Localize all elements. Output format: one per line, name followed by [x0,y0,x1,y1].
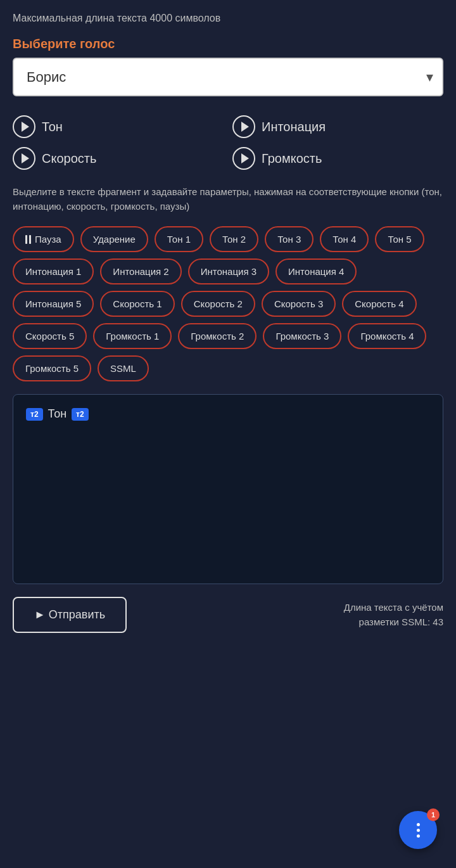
intonation-control[interactable]: Интонация [232,115,443,138]
tag-badge-close: т2 [72,408,89,421]
volume5-label: Громкость 5 [25,363,79,374]
ton4-label: Тон 4 [332,234,356,245]
fab-dots-icon [417,823,420,838]
volume4-label: Громкость 4 [360,331,414,341]
ton2-button[interactable]: Тон 2 [210,226,258,252]
volume-control[interactable]: Громкость [232,147,443,170]
ton3-button[interactable]: Тон 3 [265,226,314,252]
fab-badge: 1 [427,808,440,821]
speed-play-icon[interactable] [13,147,35,170]
intonation2-label: Интонация 2 [113,266,168,277]
text-word: Тон [48,407,67,421]
volume4-button[interactable]: Громкость 4 [348,323,426,349]
volume3-button[interactable]: Громкость 3 [263,323,341,349]
ton-play-icon[interactable] [13,115,35,138]
intonation-play-icon[interactable] [232,115,255,138]
text-editor-area[interactable]: т2 Тон т2 [13,394,443,584]
char-count: Длина текста с учётом разметки SSML: 43 [344,601,443,629]
ton1-button[interactable]: Тон 1 [155,226,203,252]
volume5-button[interactable]: Громкость 5 [13,355,91,381]
intonation5-button[interactable]: Интонация 5 [13,291,94,317]
speed-label: Скорость [42,151,96,166]
speed5-label: Скорость 5 [25,331,74,341]
bottom-bar: ► Отправить Длина текста с учётом размет… [13,597,443,633]
intonation3-label: Интонация 3 [201,266,256,277]
intonation2-button[interactable]: Интонация 2 [100,258,181,284]
accent-label: Ударение [93,234,136,245]
ton2-label: Тон 2 [222,234,246,245]
speed3-label: Скорость 3 [274,298,323,309]
ton-label: Тон [42,120,63,134]
volume1-label: Громкость 1 [106,331,159,341]
speed5-button[interactable]: Скорость 5 [13,323,87,349]
ton5-label: Тон 5 [388,234,411,245]
ton-control[interactable]: Тон [13,115,224,138]
hint-text: Выделите в тексте фрагмент и задавайте п… [13,185,443,214]
intonation3-button[interactable]: Интонация 3 [188,258,269,284]
speed4-label: Скорость 4 [355,298,403,309]
volume2-button[interactable]: Громкость 2 [178,323,256,349]
speed3-button[interactable]: Скорость 3 [262,291,336,317]
fab-button[interactable]: 1 [399,811,437,849]
text-content: т2 Тон т2 [26,407,430,421]
speed2-button[interactable]: Скорость 2 [181,291,255,317]
ton5-button[interactable]: Тон 5 [375,226,424,252]
max-length-notice: Максимальная длина текста 4000 символов [13,13,443,24]
volume-play-icon[interactable] [232,147,255,170]
intonation4-label: Интонация 4 [288,266,344,277]
send-button[interactable]: ► Отправить [13,597,127,633]
ton3-label: Тон 3 [277,234,301,245]
char-count-line2: разметки SSML: 43 [359,616,443,627]
voice-select-wrapper: Борис Алиса Михаил Елена ▾ [13,58,443,96]
intonation1-label: Интонация 1 [25,266,81,277]
ton1-label: Тон 1 [167,234,191,245]
speed1-label: Скорость 1 [113,298,162,309]
accent-button[interactable]: Ударение [80,226,148,252]
send-button-label: ► Отправить [34,608,105,622]
speed4-button[interactable]: Скорость 4 [342,291,416,317]
voice-select-label: Выберите голос [13,37,443,51]
volume3-label: Громкость 3 [276,331,329,341]
speed1-button[interactable]: Скорость 1 [100,291,174,317]
volume1-button[interactable]: Громкость 1 [93,323,172,349]
voice-select[interactable]: Борис Алиса Михаил Елена [13,58,443,96]
pause-button-label: Пауза [35,234,61,245]
ssml-button[interactable]: SSML [98,355,149,381]
intonation1-button[interactable]: Интонация 1 [13,258,94,284]
controls-grid: Тон Интонация Скорость Громкость [13,115,443,170]
speed-control[interactable]: Скорость [13,147,224,170]
tag-badge-open: т2 [26,408,43,421]
volume2-label: Громкость 2 [191,331,244,341]
intonation-label: Интонация [262,120,326,134]
pause-icon [25,235,31,244]
ton4-button[interactable]: Тон 4 [320,226,369,252]
intonation4-button[interactable]: Интонация 4 [276,258,357,284]
speed2-label: Скорость 2 [194,298,243,309]
pause-button[interactable]: Пауза [13,226,74,252]
intonation5-label: Интонация 5 [25,298,81,309]
ssml-label: SSML [110,363,136,374]
char-count-line1: Длина текста с учётом [344,602,443,613]
volume-label: Громкость [262,151,322,166]
markup-buttons-section: Пауза Ударение Тон 1 Тон 2 Тон 3 Тон 4 Т… [13,226,443,381]
